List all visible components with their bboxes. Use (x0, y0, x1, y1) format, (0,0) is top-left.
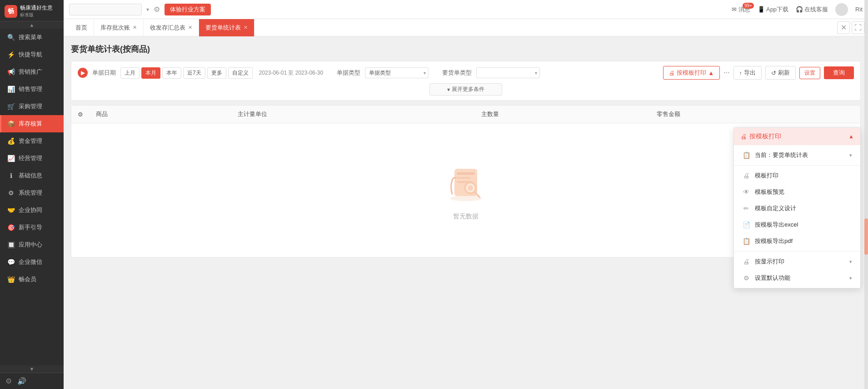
topbar-search-dropdown[interactable]: ▾ (146, 6, 149, 13)
app-version: 标准版 (20, 12, 53, 18)
col-retail-amount: 零售金额 (650, 106, 860, 123)
tabs-bar: 首页 库存批次账 ✕ 收发存汇总表 ✕ 要货单统计表 ✕ ✕ ⛶ (64, 19, 868, 36)
order-type-select-wrapper: ▾ (476, 67, 540, 78)
date-btn-this-year[interactable]: 本年 (162, 67, 181, 79)
sidebar-scroll-up[interactable]: ▲ (0, 21, 64, 29)
tab-order-summary[interactable]: 要货单统计表 ✕ (199, 19, 254, 36)
order-type-select[interactable] (476, 67, 540, 78)
tab-receipts-summary-close[interactable]: ✕ (188, 25, 192, 30)
sidebar-item-app-center[interactable]: 🔲 应用中心 (0, 236, 64, 253)
user-name[interactable]: Rit (855, 6, 863, 13)
default-func-item[interactable]: ⚙ 设置默认功能 ▾ (734, 270, 860, 286)
export-btn[interactable]: ↑ 导出 (733, 66, 762, 80)
refresh-btn[interactable]: ↺ 刷新 (765, 66, 796, 80)
type-select[interactable]: 单据类型 (365, 67, 429, 78)
sidebar-item-label: 新手引导 (19, 223, 42, 232)
headset-icon: 🎧 (796, 6, 803, 13)
tab-close-all-btn[interactable]: ✕ (837, 21, 850, 34)
sidebar-item-finance[interactable]: 💰 资金管理 (0, 132, 64, 150)
sidebar-item-enterprise-wechat[interactable]: 💬 企业微信 (0, 253, 64, 271)
tab-home[interactable]: 首页 (69, 19, 94, 36)
marketing-icon: 📢 (7, 68, 15, 76)
sidebar-item-basic-info[interactable]: ℹ 基础信息 (0, 167, 64, 184)
sidebar-item-inventory[interactable]: 📦 库存核算 (0, 115, 64, 132)
tabs-right-controls: ✕ ⛶ (837, 21, 868, 34)
sidebar-item-system[interactable]: ⚙ 系统管理 (0, 184, 64, 202)
sidebar-item-quick-nav[interactable]: ⚡ 快捷导航 (0, 46, 64, 63)
sidebar-settings-icon[interactable]: ⚙ (5, 377, 12, 385)
print-dropdown-header[interactable]: 🖨 按模板打印 ▲ (734, 128, 860, 145)
sidebar-item-operations[interactable]: 📈 经营管理 (0, 150, 64, 167)
scrollbar-thumb[interactable] (864, 218, 868, 255)
type-select-wrapper: 单据类型 ▾ (365, 67, 429, 78)
template-print-icon: 🖨 (742, 172, 750, 179)
sidebar-scroll-down[interactable]: ▼ (0, 365, 64, 373)
messages-icon: ✉ (732, 6, 737, 13)
tab-order-summary-close[interactable]: ✕ (244, 25, 248, 30)
date-range-display: 2023-06-01 至 2023-06-30 (259, 69, 323, 77)
default-func-label: 设置默认功能 (755, 274, 790, 282)
date-btn-this-month[interactable]: 本月 (141, 67, 160, 79)
print-dropdown-collapse-icon[interactable]: ▲ (848, 133, 854, 140)
date-btn-custom[interactable]: 自定义 (228, 67, 253, 79)
svg-point-0 (450, 196, 482, 201)
tab-order-summary-label: 要货单统计表 (205, 24, 241, 32)
right-scrollbar[interactable] (864, 0, 868, 389)
topbar-settings-icon[interactable]: ⚙ (154, 5, 160, 14)
logo-icon: 畅 (5, 5, 17, 18)
refresh-label: 刷新 (778, 69, 790, 77)
empty-illustration (443, 160, 489, 205)
display-print-label: 按显示打印 (755, 258, 784, 266)
display-print-icon: 🖨 (742, 258, 750, 265)
sidebar-audio-icon[interactable]: 🔊 (17, 377, 26, 385)
print-header-icon: 🖨 (740, 133, 747, 140)
current-template-item[interactable]: 📋 当前：要货单统计表 ▾ (734, 147, 860, 163)
tab-maximize-btn[interactable]: ⛶ (852, 21, 864, 34)
menu-template-design[interactable]: ✏ 模板自定义设计 (734, 200, 860, 217)
menu-template-preview[interactable]: 👁 模板板预览 (734, 184, 860, 200)
sidebar-item-sales[interactable]: 📊 销售管理 (0, 81, 64, 98)
empty-text: 暂无数据 (453, 212, 479, 221)
app-name-block: 畅康通好生意 标准版 (20, 5, 53, 18)
filter-toggle-btn[interactable]: ▶ (78, 68, 88, 78)
avatar[interactable] (835, 3, 848, 16)
display-print-arrow: ▾ (849, 259, 852, 265)
trial-button[interactable]: 体验行业方案 (165, 4, 211, 15)
sidebar-item-membership[interactable]: 👑 畅会员 (0, 271, 64, 288)
menu-template-print[interactable]: 🖨 模板打印 (734, 167, 860, 184)
sidebar-item-beginner[interactable]: 🎯 新手引导 (0, 219, 64, 236)
search-icon: 🔍 (7, 34, 15, 41)
tab-batch-account-close[interactable]: ✕ (133, 25, 137, 30)
settings-btn[interactable]: 设置 (799, 67, 820, 79)
expand-more-btn[interactable]: ▾ 展开更多条件 (429, 83, 502, 96)
more-actions-btn[interactable]: ··· (723, 69, 729, 77)
sidebar-item-search[interactable]: 🔍 搜索菜单 (0, 29, 64, 46)
sidebar-item-marketing[interactable]: 📢 营销推广 (0, 63, 64, 81)
sidebar-item-purchase[interactable]: 🛒 采购管理 (0, 98, 64, 115)
export-label: 导出 (744, 69, 756, 77)
online-service-btn[interactable]: 🎧 在线客服 (796, 5, 828, 14)
date-btn-7days[interactable]: 近7天 (183, 67, 205, 79)
topbar-search-input[interactable] (69, 4, 142, 15)
cooperation-icon: 🤝 (7, 207, 15, 214)
order-type-label: 要货单类型 (442, 69, 472, 77)
print-template-btn[interactable]: 🖨 按模板打印 ▲ (663, 66, 720, 80)
date-btn-more[interactable]: 更多 (207, 67, 226, 79)
filter-bar: ▶ 单据日期 上月 本月 本年 近7天 更多 自定义 2023-06-01 至 … (71, 61, 861, 101)
menu-template-export-excel[interactable]: 📄 按模板导出excel (734, 217, 860, 233)
query-btn[interactable]: 查询 (824, 66, 854, 79)
date-btn-last-month[interactable]: 上月 (120, 67, 140, 79)
app-logo: 畅 畅康通好生意 标准版 (0, 0, 64, 21)
print-dropdown-popup: 🖨 按模板打印 ▲ 📋 当前：要货单统计表 ▾ (733, 127, 861, 288)
col-settings[interactable]: ⚙ (71, 106, 90, 123)
display-print-item[interactable]: 🖨 按显示打印 ▾ (734, 253, 860, 270)
sidebar-item-cooperation[interactable]: 🤝 企业协同 (0, 202, 64, 219)
tab-batch-account[interactable]: 库存批次账 ✕ (94, 19, 144, 36)
expand-label: 展开更多条件 (452, 86, 484, 93)
menu-template-export-pdf[interactable]: 📋 按模板导出pdf (734, 233, 860, 249)
tab-receipts-summary[interactable]: 收发存汇总表 ✕ (144, 19, 199, 36)
messages-btn[interactable]: ✉ 99+ 消息 (732, 5, 750, 14)
print-dropdown-title: 按模板打印 (749, 132, 781, 141)
print-dropdown-title-area: 🖨 按模板打印 (740, 132, 781, 141)
app-download-btn[interactable]: 📱 App下载 (758, 5, 788, 14)
